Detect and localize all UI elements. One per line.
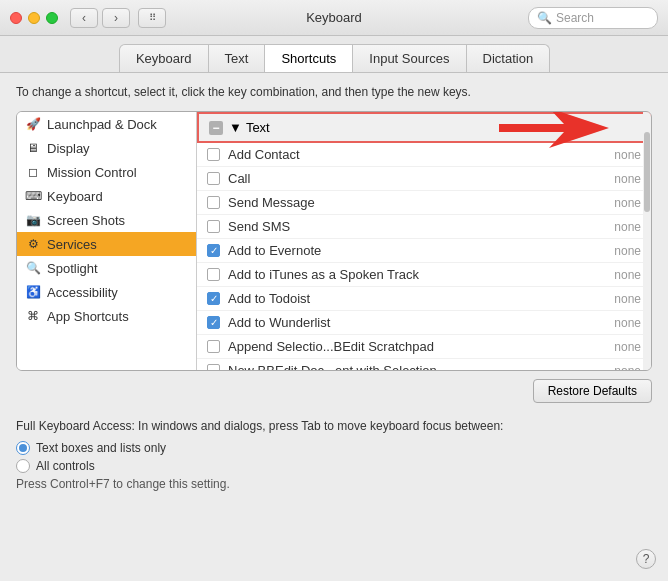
sidebar-item-mission-control[interactable]: ◻ Mission Control: [17, 160, 196, 184]
group-name: Text: [246, 120, 270, 135]
sidebar-item-display[interactable]: 🖥 Display: [17, 136, 196, 160]
shortcut-send-sms[interactable]: Send SMS none: [197, 215, 651, 239]
radio-text-boxes: Text boxes and lists only: [16, 441, 652, 455]
annotation-arrow: [489, 112, 609, 150]
keyboard-icon: ⌨: [25, 188, 41, 204]
shortcut-new-bbedit[interactable]: New BBEdit Doc...ent with Selection none: [197, 359, 651, 370]
keyboard-access-label: Full Keyboard Access: In windows and dia…: [16, 419, 652, 433]
restore-defaults-button[interactable]: Restore Defaults: [533, 379, 652, 403]
svg-marker-0: [499, 112, 609, 148]
sidebar: 🚀 Launchpad & Dock 🖥 Display ◻ Mission C…: [17, 112, 197, 370]
collapse-button[interactable]: −: [209, 121, 223, 135]
traffic-lights: [10, 12, 58, 24]
radio-text-boxes-label: Text boxes and lists only: [36, 441, 166, 455]
shortcut-add-evernote[interactable]: ✓ Add to Evernote none: [197, 239, 651, 263]
scrollbar-track: [643, 112, 651, 370]
checkbox-send-sms[interactable]: [207, 220, 220, 233]
titlebar: ‹ › ⠿ Keyboard 🔍 Search: [0, 0, 668, 36]
hint-text: Press Control+F7 to change this setting.: [16, 477, 652, 491]
shortcuts-list: − ▼ Text Add Contact none Call none: [197, 112, 651, 370]
sidebar-item-services[interactable]: ⚙ Services: [17, 232, 196, 256]
display-icon: 🖥: [25, 140, 41, 156]
sidebar-item-app-shortcuts[interactable]: ⌘ App Shortcuts: [17, 304, 196, 328]
checkbox-add-evernote[interactable]: ✓: [207, 244, 220, 257]
keyboard-access-section: Full Keyboard Access: In windows and dia…: [16, 411, 652, 499]
shortcut-append-selection[interactable]: Append Selectio...BEdit Scratchpad none: [197, 335, 651, 359]
help-button[interactable]: ?: [636, 549, 656, 569]
checkbox-append-selection[interactable]: [207, 340, 220, 353]
maximize-button[interactable]: [46, 12, 58, 24]
checkbox-send-message[interactable]: [207, 196, 220, 209]
group-triangle: ▼: [229, 120, 242, 135]
radio-all-controls-label: All controls: [36, 459, 95, 473]
tab-keyboard[interactable]: Keyboard: [119, 44, 209, 72]
search-box[interactable]: 🔍 Search: [528, 7, 658, 29]
shortcut-add-wunderlist[interactable]: ✓ Add to Wunderlist none: [197, 311, 651, 335]
group-header: − ▼ Text: [197, 112, 651, 143]
checkbox-add-wunderlist[interactable]: ✓: [207, 316, 220, 329]
nav-buttons: ‹ ›: [70, 8, 130, 28]
screenshots-icon: 📷: [25, 212, 41, 228]
checkbox-add-itunes[interactable]: [207, 268, 220, 281]
tab-shortcuts[interactable]: Shortcuts: [264, 44, 353, 72]
bottom-row: Restore Defaults: [16, 379, 652, 403]
forward-button[interactable]: ›: [102, 8, 130, 28]
minimize-button[interactable]: [28, 12, 40, 24]
launchpad-icon: 🚀: [25, 116, 41, 132]
sidebar-item-spotlight[interactable]: 🔍 Spotlight: [17, 256, 196, 280]
main-content: To change a shortcut, select it, click t…: [0, 73, 668, 511]
sidebar-item-launchpad[interactable]: 🚀 Launchpad & Dock: [17, 112, 196, 136]
sidebar-item-screenshots[interactable]: 📷 Screen Shots: [17, 208, 196, 232]
search-icon: 🔍: [537, 11, 552, 25]
checkbox-new-bbedit[interactable]: [207, 364, 220, 370]
accessibility-icon: ♿: [25, 284, 41, 300]
services-icon: ⚙: [25, 236, 41, 252]
window-title: Keyboard: [306, 10, 362, 25]
app-shortcuts-icon: ⌘: [25, 308, 41, 324]
tab-text[interactable]: Text: [208, 44, 266, 72]
shortcut-send-message[interactable]: Send Message none: [197, 191, 651, 215]
close-button[interactable]: [10, 12, 22, 24]
checkbox-call[interactable]: [207, 172, 220, 185]
checkbox-add-contact[interactable]: [207, 148, 220, 161]
sidebar-item-accessibility[interactable]: ♿ Accessibility: [17, 280, 196, 304]
shortcut-add-todoist[interactable]: ✓ Add to Todoist none: [197, 287, 651, 311]
spotlight-icon: 🔍: [25, 260, 41, 276]
checkbox-add-todoist[interactable]: ✓: [207, 292, 220, 305]
shortcut-add-itunes[interactable]: Add to iTunes as a Spoken Track none: [197, 263, 651, 287]
scrollbar-thumb[interactable]: [644, 132, 650, 212]
radio-all-controls-input[interactable]: [16, 459, 30, 473]
search-placeholder: Search: [556, 11, 594, 25]
sidebar-item-keyboard[interactable]: ⌨ Keyboard: [17, 184, 196, 208]
back-button[interactable]: ‹: [70, 8, 98, 28]
shortcut-call[interactable]: Call none: [197, 167, 651, 191]
grid-button[interactable]: ⠿: [138, 8, 166, 28]
mission-control-icon: ◻: [25, 164, 41, 180]
tab-dictation[interactable]: Dictation: [466, 44, 551, 72]
instruction-text: To change a shortcut, select it, click t…: [16, 85, 652, 99]
shortcuts-panel: 🚀 Launchpad & Dock 🖥 Display ◻ Mission C…: [16, 111, 652, 371]
radio-text-boxes-input[interactable]: [16, 441, 30, 455]
radio-all-controls: All controls: [16, 459, 652, 473]
tab-bar: Keyboard Text Shortcuts Input Sources Di…: [0, 36, 668, 73]
tab-input-sources[interactable]: Input Sources: [352, 44, 466, 72]
